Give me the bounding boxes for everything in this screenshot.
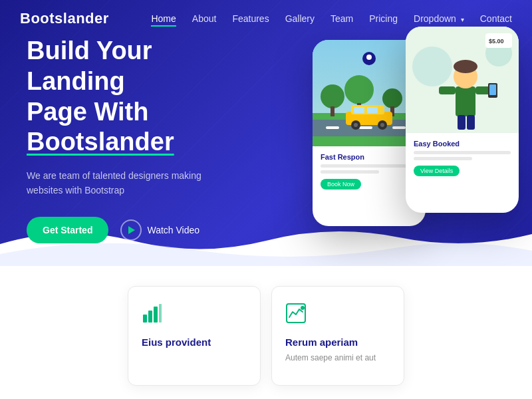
svg-rect-33: [458, 115, 466, 130]
svg-rect-5: [392, 126, 406, 129]
hero-title: Build Your Landing Page With Bootslander: [27, 36, 253, 157]
svg-rect-26: [456, 86, 475, 116]
svg-point-19: [380, 123, 384, 127]
play-triangle-icon: [128, 226, 135, 234]
svg-rect-37: [143, 315, 147, 323]
play-icon: [120, 219, 142, 241]
nav-gallery[interactable]: Gallery: [285, 13, 315, 24]
phone-view-button[interactable]: View Details: [414, 166, 460, 176]
brand-logo[interactable]: Bootslander: [20, 10, 109, 27]
chevron-down-icon: ▾: [461, 16, 464, 23]
nav-contact[interactable]: Contact: [480, 13, 512, 24]
svg-point-8: [344, 75, 374, 104]
svg-point-21: [366, 55, 372, 60]
nav-team[interactable]: Team: [331, 13, 353, 24]
svg-rect-40: [159, 304, 162, 323]
feature-card-1: Eius provident: [128, 286, 261, 386]
features-section: Eius provident Rerum aperiam Autem saepe…: [0, 266, 532, 399]
svg-rect-34: [467, 115, 475, 130]
watch-video-button[interactable]: Watch Video: [120, 219, 200, 241]
navbar: Bootslander Home About Features Gallery …: [0, 0, 532, 37]
svg-rect-15: [367, 107, 378, 113]
nav-home[interactable]: Home: [151, 13, 176, 27]
phone-front-line-2: [414, 157, 472, 160]
phone-line-1: [321, 164, 418, 168]
svg-point-17: [354, 123, 358, 127]
get-started-button[interactable]: Get Started: [27, 217, 108, 243]
phone-front-lines: [414, 151, 511, 160]
hero-buttons: Get Started Watch Video: [27, 217, 253, 243]
svg-rect-38: [148, 311, 152, 323]
hero-subtitle: We are team of talented designers making…: [27, 168, 239, 198]
svg-rect-14: [354, 107, 364, 113]
feature-title-2: Rerum aperiam: [285, 336, 390, 348]
nav-features[interactable]: Features: [232, 13, 269, 24]
feature-title-1: Eius provident: [142, 336, 247, 348]
svg-point-10: [382, 88, 402, 108]
svg-rect-3: [326, 126, 339, 129]
phone-front-body: Easy Booked View Details: [406, 133, 519, 183]
svg-rect-32: [489, 84, 496, 95]
feature-icon-1: [142, 303, 247, 329]
phone-back-label: Fast Respon: [321, 153, 418, 161]
phone-line-2: [321, 170, 379, 174]
nav-links: Home About Features Gallery Team Pricing…: [151, 13, 512, 25]
phone-front-header: $5.00: [406, 27, 519, 133]
hero-section: Build Your Landing Page With Bootslander…: [0, 0, 532, 266]
feature-card-2: Rerum aperiam Autem saepe animi et aut: [271, 286, 404, 386]
nav-pricing[interactable]: Pricing: [369, 13, 398, 24]
phone-lines: [321, 164, 418, 174]
phone-mockups: Fast Respon Book Now: [313, 20, 519, 246]
nav-about[interactable]: About: [192, 13, 217, 24]
svg-rect-30: [439, 86, 456, 94]
svg-rect-4: [359, 126, 372, 129]
phone-front-line-1: [414, 151, 511, 154]
svg-point-28: [454, 60, 477, 73]
feature-icon-2: [285, 303, 390, 329]
svg-rect-7: [331, 106, 334, 116]
svg-text:$5.00: $5.00: [489, 38, 504, 45]
phone-front-label: Easy Booked: [414, 140, 511, 148]
svg-point-6: [321, 84, 344, 108]
phone-book-button[interactable]: Book Now: [321, 179, 361, 190]
hero-content: Build Your Landing Page With Bootslander…: [0, 0, 279, 266]
svg-rect-39: [154, 307, 158, 323]
svg-point-42: [301, 306, 305, 310]
svg-point-24: [412, 47, 452, 86]
nav-dropdown[interactable]: Dropdown ▾: [414, 13, 464, 24]
phone-front: $5.00 Easy Booked View Details: [406, 27, 519, 213]
feature-desc-2: Autem saepe animi et aut: [285, 352, 390, 364]
